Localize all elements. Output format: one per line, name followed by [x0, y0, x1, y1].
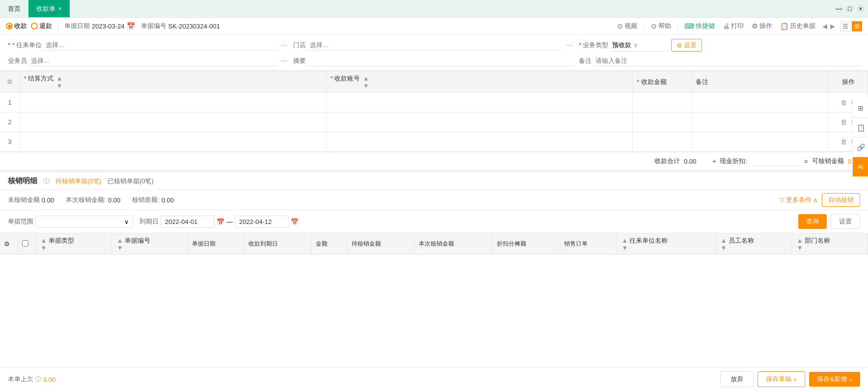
store-input[interactable]	[308, 40, 562, 51]
current-tab-label: 收款单	[36, 4, 55, 13]
salesperson-label: 业务员	[8, 56, 27, 65]
table-settings-col[interactable]: ⚙	[0, 71, 20, 93]
to-cal-icon[interactable]: 📅	[291, 218, 298, 225]
table-row: 2 🗑 ⧉	[0, 112, 868, 132]
discount-input[interactable]	[751, 156, 800, 166]
salesperson-more-icon[interactable]: ···	[279, 56, 289, 65]
float-table-icon[interactable]: ⊞	[853, 98, 868, 118]
discount-label: 现金折扣:	[720, 157, 747, 166]
action-btn[interactable]: ⚙ 操作	[750, 21, 774, 31]
shortcut-btn[interactable]: ⌨ 快捷键	[682, 21, 717, 31]
settlement-cell-2[interactable]	[20, 112, 326, 132]
wt-doc-type: ▲▼ 单据类型	[35, 233, 111, 255]
filter-buttons: 查询 设置	[798, 214, 860, 229]
grid-view-btn[interactable]: ⊞	[852, 21, 862, 31]
receipt-radio[interactable]: 收款	[6, 22, 27, 30]
salesperson-input[interactable]	[29, 56, 277, 66]
settlement-cell-1[interactable]	[20, 93, 326, 112]
writeoff-table-section: ⚙ ▲▼ 单据类型 ▲▼ 单据编号 单据日期	[0, 233, 868, 367]
list-view-btn[interactable]: ☰	[840, 21, 851, 31]
query-button[interactable]: 查询	[798, 214, 827, 229]
this-order-stat: 本单上欠 ⓘ 0.00	[8, 375, 55, 384]
total-label: 收款合计	[654, 157, 680, 166]
table-row: 3 🗑 ⧉	[0, 132, 868, 152]
done-tab[interactable]: 已核销单据(0笔)	[108, 177, 154, 186]
toolbar-divider-1	[58, 21, 58, 31]
auto-writeoff-btn[interactable]: 自动核销	[822, 193, 860, 207]
filter-row: 单据范围 ∨ 到期日 📅 — 📅 查询 设置	[0, 210, 868, 233]
this-order-info[interactable]: ⓘ	[35, 375, 41, 384]
pending-tab[interactable]: 待核销单据(0笔)	[55, 177, 102, 186]
to-date-input[interactable]	[235, 216, 289, 228]
float-ai-icon[interactable]: Ai	[853, 157, 868, 177]
store-more-icon[interactable]: ···	[564, 41, 574, 50]
history-btn[interactable]: 📋 历史单据	[778, 21, 817, 31]
amount-cell-1[interactable]	[632, 93, 691, 112]
wt-settings[interactable]: ⚙	[0, 233, 18, 255]
note-cell-1[interactable]	[691, 93, 828, 112]
more-filter-btn[interactable]: ▽ 更多条件 ∧	[780, 196, 818, 204]
summary-input[interactable]	[308, 56, 574, 66]
plus-sign: +	[712, 158, 716, 165]
float-link-icon[interactable]: 🔗	[853, 138, 868, 157]
th-settlement: * 结算方式 ▲▼	[20, 71, 326, 93]
calendar-icon[interactable]: 📅	[127, 22, 135, 30]
video-btn[interactable]: ⊙ 视频	[615, 21, 639, 31]
filter-settings-btn[interactable]: 设置	[831, 214, 860, 229]
save-draft-button[interactable]: 保存草稿 ∨	[758, 371, 805, 387]
range-select[interactable]: ∨	[35, 216, 134, 228]
refund-radio[interactable]: 退款	[31, 22, 52, 30]
nav-prev-icon[interactable]: ◀	[821, 22, 828, 31]
writeoff-section: 核销明细 ⓘ 待核销单据(0笔) 已核销单据(0笔) 未核销金额 0.00 本次…	[0, 170, 868, 367]
business-type-select[interactable]: 预收款 ∨	[610, 39, 669, 52]
delete-icon-1[interactable]: 🗑	[841, 99, 847, 106]
window-controls: — □ ×	[836, 5, 868, 12]
unclaimed-label: 未核销金额	[8, 196, 40, 204]
total-value: 0.00	[684, 158, 708, 165]
close-button[interactable]: ×	[857, 5, 864, 12]
print-btn[interactable]: 🖨 打印	[721, 21, 746, 31]
account-cell-3[interactable]	[326, 132, 632, 152]
settlement-cell-3[interactable]	[20, 132, 326, 152]
help-btn[interactable]: ⊙ 帮助	[649, 21, 673, 31]
amount-cell-3[interactable]	[632, 132, 691, 152]
delete-icon-2[interactable]: 🗑	[841, 118, 847, 126]
number-label: 单据编号	[141, 22, 166, 30]
wt-select-all[interactable]	[22, 240, 28, 247]
tab-bar: 首页 收款单 × — □ ×	[0, 0, 868, 18]
maximize-button[interactable]: □	[846, 5, 853, 12]
note-cell-3[interactable]	[691, 132, 828, 152]
writeoff-info-icon[interactable]: ⓘ	[43, 177, 50, 186]
note-cell-2[interactable]	[691, 112, 828, 132]
amount-cell-2[interactable]	[632, 112, 691, 132]
counterpart-input[interactable]	[44, 40, 277, 51]
receipt-table-container: ⚙ * 结算方式 ▲▼ * 收款账号 ▲▼ *	[0, 71, 868, 152]
from-cal-icon[interactable]: 📅	[217, 218, 224, 225]
diff-label: 核销差额:	[132, 196, 160, 204]
range-chevron: ∨	[124, 218, 129, 225]
th-note: 备注	[691, 71, 828, 93]
account-cell-1[interactable]	[326, 93, 632, 112]
summary-field: 摘要	[293, 56, 574, 66]
bottom-right: 放弃 保存草稿 ∨ 保存&新增 ∨	[720, 371, 860, 387]
tab-close-icon[interactable]: ×	[58, 5, 62, 12]
minimize-button[interactable]: —	[836, 5, 842, 12]
discard-button[interactable]: 放弃	[720, 371, 754, 387]
wt-pending: 待核销金额	[348, 233, 415, 255]
account-cell-2[interactable]	[326, 112, 632, 132]
counterpart-more-icon[interactable]: ···	[279, 41, 289, 50]
float-doc-icon[interactable]: 📋	[853, 118, 868, 138]
note-input[interactable]	[594, 56, 860, 66]
receipt-label: 收款	[14, 22, 27, 30]
tab-current[interactable]: 收款单 ×	[28, 0, 70, 17]
unclaimed-stat: 未核销金额 0.00	[8, 196, 54, 204]
nav-next-icon[interactable]: ▶	[829, 22, 836, 31]
receipt-radio-dot	[6, 23, 13, 29]
from-date-input[interactable]	[161, 216, 215, 228]
tab-home[interactable]: 首页	[0, 0, 28, 17]
delete-icon-3[interactable]: 🗑	[841, 138, 847, 145]
wt-checkbox	[18, 233, 35, 255]
settings-button[interactable]: ⚙ 设置	[671, 39, 702, 52]
main-content: 收款 退款 单据日期 2023-03-24 📅 单据编号 SK-20230324…	[0, 18, 868, 391]
save-new-button[interactable]: 保存&新增 ∨	[809, 372, 860, 387]
